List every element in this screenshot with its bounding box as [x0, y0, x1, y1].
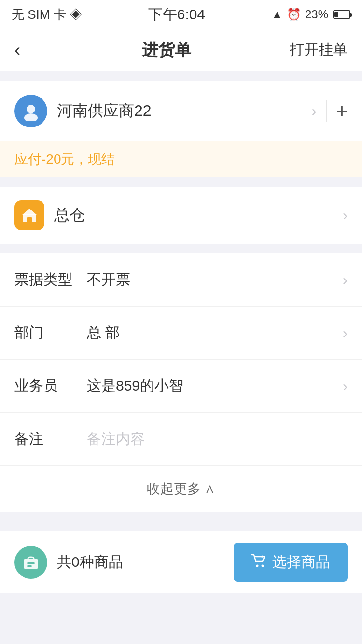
salesperson-chevron-icon: › — [343, 378, 348, 394]
form-section: 票据类型 不开票 › 部门 总 部 › 业务员 这是859的小智 › 备注 备注… — [0, 253, 362, 512]
supplier-avatar — [14, 95, 47, 127]
svg-rect-7 — [27, 565, 32, 567]
remark-row[interactable]: 备注 备注内容 — [0, 413, 362, 466]
svg-point-1 — [24, 113, 38, 121]
cart-icon: + — [251, 554, 266, 571]
status-time: 下午6:04 — [148, 5, 205, 25]
warehouse-icon — [14, 200, 44, 230]
supplier-section: 河南供应商22 › + 应付-20元，现结 — [0, 81, 362, 177]
svg-point-8 — [256, 565, 259, 567]
product-icon — [14, 546, 47, 579]
alarm-icon: ⏰ — [287, 8, 301, 21]
product-count: 共0种商品 — [57, 552, 234, 572]
supplier-name: 河南供应商22 — [57, 100, 312, 122]
svg-point-0 — [27, 105, 35, 113]
status-right: ▲ ⏰ 23% — [271, 8, 350, 21]
warehouse-name: 总仓 — [54, 205, 343, 226]
battery-icon — [333, 10, 350, 19]
location-icon: ▲ — [271, 8, 283, 21]
invoice-type-value: 不开票 — [82, 270, 343, 290]
section-gap-4 — [0, 512, 362, 521]
supplier-notice: 应付-20元，现结 — [0, 141, 362, 177]
select-product-label: 选择商品 — [272, 552, 330, 572]
svg-point-9 — [262, 565, 264, 567]
svg-rect-6 — [27, 562, 35, 564]
invoice-type-row[interactable]: 票据类型 不开票 › — [0, 253, 362, 307]
department-row[interactable]: 部门 总 部 › — [0, 307, 362, 360]
remark-label: 备注 — [14, 429, 82, 449]
warehouse-section[interactable]: 总仓 › — [0, 187, 362, 244]
collapse-row[interactable]: 收起更多 ∧ — [0, 466, 362, 512]
salesperson-value: 这是859的小智 — [82, 376, 343, 396]
svg-text:+: + — [261, 554, 264, 560]
supplier-add-button[interactable]: + — [326, 100, 348, 122]
open-pending-button[interactable]: 打开挂单 — [290, 40, 348, 60]
battery-percent: 23% — [305, 8, 328, 21]
sim-status: 无 SIM 卡 ◈ — [12, 6, 82, 23]
remark-input[interactable]: 备注内容 — [82, 429, 348, 449]
status-left: 无 SIM 卡 ◈ — [12, 6, 82, 23]
department-value: 总 部 — [82, 323, 343, 343]
product-bar: 共0种商品 + 选择商品 — [0, 531, 362, 593]
supplier-row[interactable]: 河南供应商22 › + — [0, 81, 362, 141]
select-product-button[interactable]: + 选择商品 — [234, 543, 348, 582]
department-label: 部门 — [14, 323, 82, 343]
status-bar: 无 SIM 卡 ◈ 下午6:04 ▲ ⏰ 23% — [0, 0, 362, 29]
warehouse-chevron-icon: › — [343, 207, 348, 224]
bottom-area — [0, 593, 362, 644]
warehouse-row[interactable]: 总仓 › — [0, 187, 362, 244]
page-title: 进货单 — [142, 39, 191, 61]
salesperson-label: 业务员 — [14, 376, 82, 396]
collapse-button[interactable]: 收起更多 ∧ — [147, 480, 216, 498]
invoice-type-label: 票据类型 — [14, 270, 82, 290]
svg-rect-4 — [27, 217, 32, 222]
section-gap-3 — [0, 244, 362, 253]
section-gap-1 — [0, 71, 362, 81]
department-chevron-icon: › — [343, 325, 348, 341]
nav-bar: ‹ 进货单 打开挂单 — [0, 29, 362, 71]
section-gap-2 — [0, 177, 362, 187]
supplier-chevron-icon: › — [312, 103, 317, 119]
svg-marker-3 — [22, 209, 37, 215]
salesperson-row[interactable]: 业务员 这是859的小智 › — [0, 360, 362, 413]
invoice-type-chevron-icon: › — [343, 272, 348, 288]
back-button[interactable]: ‹ — [14, 40, 43, 60]
